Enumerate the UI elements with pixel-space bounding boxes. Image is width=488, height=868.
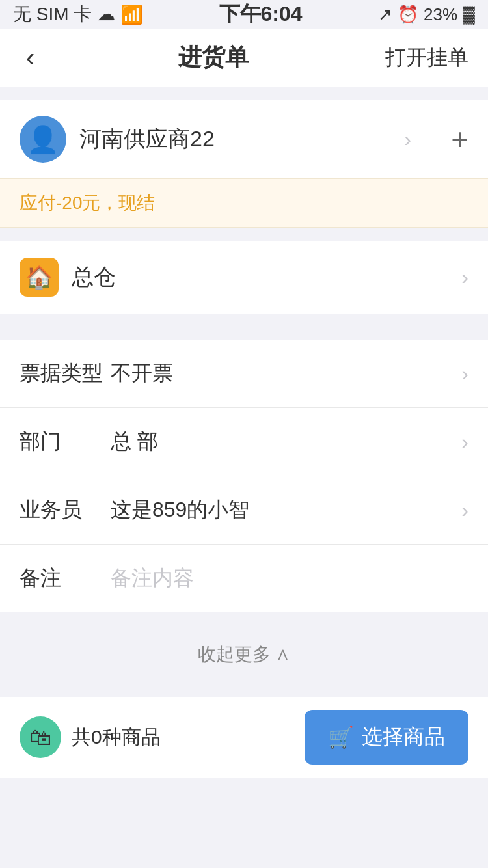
department-row[interactable]: 部门 总 部 › [0, 408, 488, 476]
wifi-icon: 📶 [120, 4, 143, 25]
product-icon-circle: 🛍 [20, 716, 61, 758]
sim-label: 无 SIM 卡 ☁ [13, 2, 115, 27]
add-supplier-button[interactable]: + [451, 122, 468, 157]
form-section: 票据类型 不开票 › 部门 总 部 › 业务员 这是859的小智 › 备注 备注… [0, 340, 488, 612]
notice-bar: 应付-20元，现结 [0, 178, 488, 228]
gap-1 [0, 87, 488, 100]
avatar-icon: 👤 [27, 124, 59, 155]
department-chevron-icon: › [461, 430, 468, 454]
nav-bar: ‹ 进货单 打开挂单 [0, 29, 488, 87]
warehouse-name: 总仓 [72, 262, 461, 292]
remark-label: 备注 [20, 564, 111, 593]
bottom-bar: 🛍 共0种商品 🛒 选择商品 [0, 697, 488, 778]
invoice-type-value: 不开票 [111, 359, 461, 388]
warehouse-icon-circle: 🏠 [20, 258, 59, 297]
cart-icon: 🛒 [328, 725, 354, 750]
select-product-button[interactable]: 🛒 选择商品 [305, 710, 468, 765]
content: 👤 河南供应商22 › + 应付-20元，现结 🏠 总仓 › 票据类型 [0, 87, 488, 868]
salesperson-chevron-icon: › [461, 498, 468, 522]
supplier-avatar: 👤 [20, 116, 66, 163]
page-title: 进货单 [178, 42, 249, 74]
supplier-chevron-icon: › [404, 128, 411, 152]
supplier-name: 河南供应商22 [79, 124, 404, 154]
open-pending-button[interactable]: 打开挂单 [385, 44, 468, 72]
status-left: 无 SIM 卡 ☁ 📶 [13, 2, 143, 27]
salesperson-label: 业务员 [20, 496, 111, 524]
warehouse-icon: 🏠 [25, 264, 53, 290]
status-time: 下午6:04 [219, 0, 303, 29]
status-right: ↗ ⏰ 23% ▓ [378, 5, 475, 25]
main-background [0, 778, 488, 868]
supplier-section: 👤 河南供应商22 › + 应付-20元，现结 [0, 100, 488, 228]
remark-placeholder[interactable]: 备注内容 [111, 564, 468, 593]
warehouse-chevron-icon: › [461, 265, 468, 290]
battery-icon: ▓ [463, 5, 475, 25]
location-icon: ↗ [378, 5, 392, 25]
product-bag-icon: 🛍 [29, 725, 51, 750]
warehouse-row[interactable]: 🏠 总仓 › [0, 241, 488, 314]
department-value: 总 部 [111, 427, 461, 456]
product-count-text: 共0种商品 [72, 724, 161, 751]
warehouse-section: 🏠 总仓 › [0, 241, 488, 314]
salesperson-value: 这是859的小智 [111, 496, 461, 524]
gap-3 [0, 314, 488, 327]
collapse-label: 收起更多 ∧ [198, 642, 291, 667]
notice-text: 应付-20元，现结 [20, 193, 155, 213]
alarm-icon: ⏰ [398, 5, 418, 25]
battery-label: 23% [424, 5, 457, 25]
vertical-divider [431, 123, 431, 156]
back-button[interactable]: ‹ [20, 36, 41, 79]
supplier-right: › + [404, 122, 468, 157]
invoice-type-label: 票据类型 [20, 359, 111, 388]
status-bar: 无 SIM 卡 ☁ 📶 下午6:04 ↗ ⏰ 23% ▓ [0, 0, 488, 29]
invoice-type-row[interactable]: 票据类型 不开票 › [0, 340, 488, 408]
gap-2 [0, 228, 488, 241]
supplier-row[interactable]: 👤 河南供应商22 › + [0, 100, 488, 178]
invoice-type-chevron-icon: › [461, 362, 468, 386]
product-count-section: 🛍 共0种商品 [20, 716, 161, 758]
collapse-row[interactable]: 收起更多 ∧ [0, 625, 488, 684]
remark-row[interactable]: 备注 备注内容 [0, 545, 488, 612]
salesperson-row[interactable]: 业务员 这是859的小智 › [0, 476, 488, 545]
select-product-label: 选择商品 [362, 723, 445, 752]
department-label: 部门 [20, 427, 111, 456]
